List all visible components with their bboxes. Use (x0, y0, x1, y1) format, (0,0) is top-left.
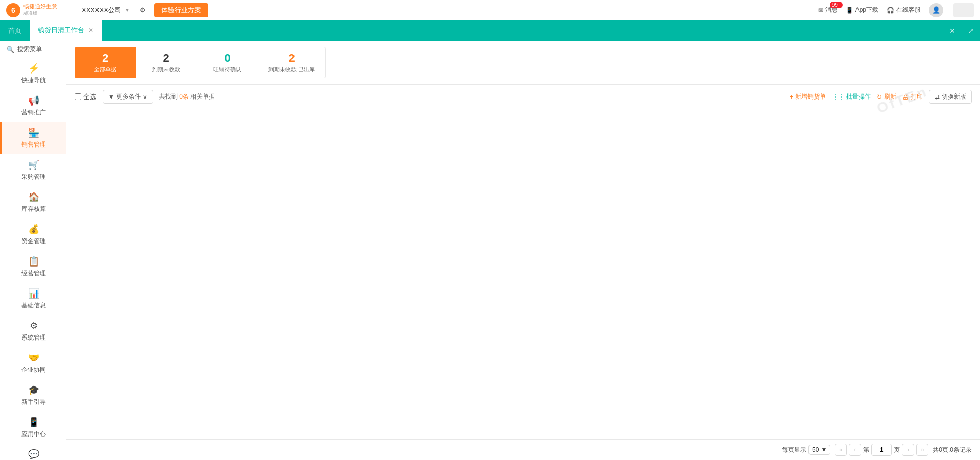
sidebar-item-guide[interactable]: 🎓 新手引导 (0, 379, 66, 411)
overdue-label: 到期未收款 (146, 66, 186, 74)
header-right: ✉ 消息 99+ 📱 App下载 🎧 在线客服 👤 (818, 3, 974, 17)
page-nav: « ‹ 第 页 › » (835, 444, 928, 456)
tab-work-bench[interactable]: 钱货日清工作台 ✕ (30, 20, 102, 41)
tab-close-all-button[interactable]: ✕ (943, 20, 962, 41)
select-all-checkbox[interactable]: 全选 (75, 92, 96, 102)
marketing-icon: 📢 (28, 95, 39, 106)
per-page-select: 每页显示 50 ▼ (782, 445, 830, 455)
tab-close-icon[interactable]: ✕ (88, 27, 93, 34)
operations-icon: 📋 (28, 256, 39, 267)
tab-work-bench-label: 钱货日清工作台 (38, 26, 84, 35)
first-page-icon: « (839, 446, 843, 453)
online-service-button[interactable]: 🎧 在线客服 (887, 6, 921, 14)
tab-expand-button[interactable]: ⤢ (962, 20, 980, 41)
logo-sub: 标准版 (23, 10, 57, 17)
batch-label: 批量操作 (846, 92, 871, 101)
logo-icon: 6 (6, 3, 20, 17)
summary-tab-overdue-shipped[interactable]: 2 到期未收款 已出库 (258, 47, 326, 78)
refresh-icon: ↻ (877, 93, 882, 101)
quick-nav-icon: ⚡ (28, 63, 39, 74)
online-service-label: 在线客服 (896, 6, 921, 14)
select-all-input[interactable] (75, 93, 81, 100)
settings-button[interactable]: ⚙ (136, 3, 150, 17)
main-content: 2 全部单据 2 到期未收款 0 旺铺待确认 2 到期未收款 已出库 (66, 41, 980, 460)
sidebar-item-enterprise[interactable]: 🤝 企业协同 (0, 347, 66, 379)
sidebar-item-operations-label: 经营管理 (21, 269, 46, 278)
sidebar: 🔍 搜索菜单 ⚡ 快捷导航 📢 营销推广 🏪 销售管理 🛒 采购管理 🏠 库存核… (0, 41, 66, 460)
message-button[interactable]: ✉ 消息 99+ (818, 6, 838, 14)
sidebar-item-inventory-label: 库存核算 (21, 205, 46, 213)
next-page-icon: › (907, 446, 909, 453)
wechat-icon: 💬 (28, 449, 39, 460)
user-icon: 👤 (932, 6, 940, 14)
switch-version-button[interactable]: ⇄ 切换新版 (929, 90, 972, 104)
headset-icon: 🎧 (887, 7, 894, 14)
summary-tabs: 2 全部单据 2 到期未收款 0 旺铺待确认 2 到期未收款 已出库 (66, 41, 980, 85)
purchase-icon: 🛒 (28, 159, 39, 171)
tab-nav: 首页 钱货日清工作台 ✕ ✕ ⤢ (0, 20, 980, 41)
tab-home[interactable]: 首页 (0, 20, 30, 41)
found-count: 0条 (179, 93, 189, 100)
total-info: 共0页,0条记录 (933, 446, 972, 454)
sidebar-item-quick-nav[interactable]: ⚡ 快捷导航 (0, 58, 66, 90)
sidebar-item-purchase[interactable]: 🛒 采购管理 (0, 154, 66, 186)
sidebar-item-sales[interactable]: 🏪 销售管理 (0, 122, 66, 154)
summary-tab-all[interactable]: 2 全部单据 (75, 47, 136, 78)
per-page-label: 每页显示 (782, 446, 806, 454)
add-label: 新增销货单 (795, 92, 826, 101)
sidebar-item-marketing[interactable]: 📢 营销推广 (0, 90, 66, 122)
wangpu-label: 旺铺待确认 (207, 66, 248, 74)
sidebar-item-basic-info-label: 基础信息 (21, 301, 46, 310)
sidebar-item-system[interactable]: ⚙ 系统管理 (0, 315, 66, 347)
sidebar-item-wechat[interactable]: 💬 企业微信 (0, 444, 66, 460)
prev-page-button[interactable]: ‹ (849, 444, 861, 456)
switch-label: 切换新版 (942, 92, 966, 101)
avatar[interactable]: 👤 (929, 3, 943, 17)
company-name: XXXXXX公司 (82, 6, 121, 15)
print-icon: 🖨 (902, 93, 909, 101)
enterprise-icon: 🤝 (28, 352, 39, 364)
sidebar-item-inventory[interactable]: 🏠 库存核算 (0, 186, 66, 219)
last-page-button[interactable]: » (916, 444, 928, 456)
logo-text: 畅捷通好生意 (23, 3, 57, 10)
refresh-button[interactable]: ↻ 刷新 (877, 92, 896, 101)
overdue-shipped-label: 到期未收款 已出库 (268, 66, 315, 74)
finance-icon: 💰 (28, 224, 39, 235)
sidebar-item-basic-info[interactable]: 📊 基础信息 (0, 283, 66, 315)
sidebar-item-quick-nav-label: 快捷导航 (21, 76, 46, 85)
search-icon: 🔍 (7, 46, 14, 53)
wangpu-count: 0 (207, 52, 248, 65)
add-sale-order-button[interactable]: + 新增销货单 (790, 92, 826, 101)
message-icon: ✉ (818, 7, 823, 14)
sidebar-item-finance[interactable]: 💰 资金管理 (0, 219, 66, 251)
sidebar-item-app-center[interactable]: 📱 应用中心 (0, 411, 66, 444)
try-industry-button[interactable]: 体验行业方案 (154, 3, 208, 17)
overdue-shipped-count: 2 (268, 52, 315, 65)
sidebar-item-enterprise-label: 企业协同 (21, 366, 46, 374)
filter-button[interactable]: ▼ 更多条件 ∨ (103, 90, 153, 104)
page-number-input[interactable] (871, 444, 892, 456)
summary-tab-wangpu[interactable]: 0 旺铺待确认 (197, 47, 258, 78)
summary-tab-overdue[interactable]: 2 到期未收款 (136, 47, 197, 78)
app-download-button[interactable]: 📱 App下载 (846, 6, 878, 14)
layout: 🔍 搜索菜单 ⚡ 快捷导航 📢 营销推广 🏪 销售管理 🛒 采购管理 🏠 库存核… (0, 41, 980, 460)
tab-nav-actions: ✕ ⤢ (943, 20, 980, 41)
batch-operation-button[interactable]: ⋮⋮ 批量操作 (832, 92, 871, 101)
next-page-button[interactable]: › (902, 444, 914, 456)
company-selector[interactable]: XXXXXX公司 ▼ (78, 4, 134, 17)
sidebar-search[interactable]: 🔍 搜索菜单 (0, 41, 66, 58)
print-label: 打印 (911, 92, 923, 101)
per-page-value: 50 (812, 446, 819, 453)
user-name-area[interactable] (953, 3, 974, 17)
logo-area: 6 畅捷通好生意 标准版 (6, 3, 72, 17)
sidebar-item-operations[interactable]: 📋 经营管理 (0, 251, 66, 283)
print-button[interactable]: 🖨 打印 (902, 92, 923, 101)
per-page-dropdown[interactable]: 50 ▼ (808, 445, 830, 455)
first-page-button[interactable]: « (835, 444, 847, 456)
sales-icon: 🏪 (28, 127, 39, 138)
sidebar-item-system-label: 系统管理 (21, 333, 46, 342)
tab-home-label: 首页 (8, 26, 21, 35)
filter-label: 更多条件 (116, 92, 141, 101)
dropdown-arrow-icon: ▼ (821, 446, 827, 453)
all-count: 2 (85, 52, 125, 65)
